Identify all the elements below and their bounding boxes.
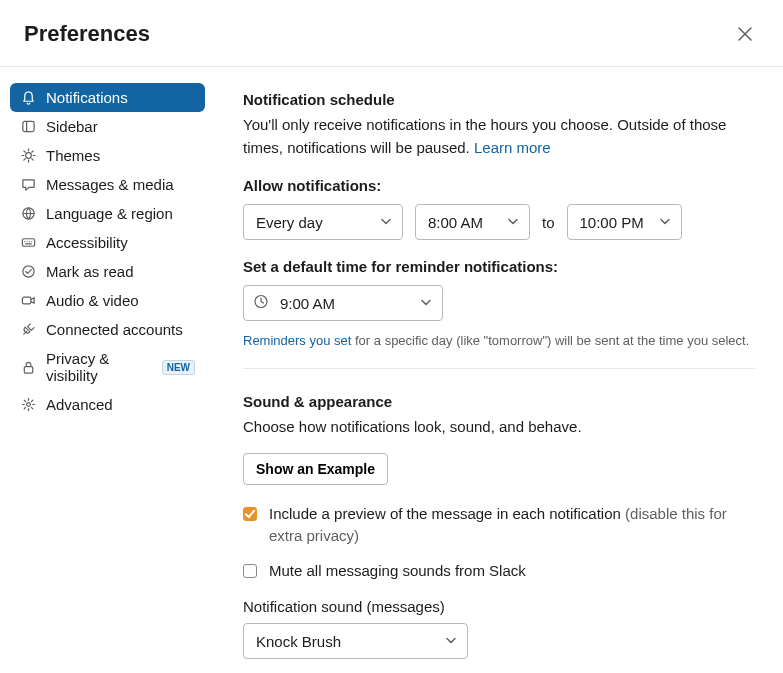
message-sound-label: Notification sound (messages) [243, 598, 755, 615]
sun-icon [20, 148, 36, 164]
sidebar-item-label: Messages & media [46, 176, 174, 193]
header: Preferences [0, 0, 783, 67]
sound-description: Choose how notifications look, sound, an… [243, 416, 755, 439]
sidebar-item-label: Privacy & visibility [46, 350, 148, 384]
start-time-select[interactable]: 8:00 AM [415, 204, 530, 240]
lock-icon [20, 359, 36, 375]
chevron-down-icon [380, 214, 392, 231]
sidebar: NotificationsSidebarThemesMessages & med… [0, 67, 215, 672]
layout-icon [20, 119, 36, 135]
plug-icon [20, 322, 36, 338]
new-badge: NEW [162, 360, 195, 375]
sidebar-item-label: Sidebar [46, 118, 98, 135]
keyboard-icon [20, 235, 36, 251]
reminders-link[interactable]: Reminders you set [243, 333, 351, 348]
video-icon [20, 293, 36, 309]
schedule-description: You'll only receive notifications in the… [243, 114, 755, 159]
mute-sounds-checkbox[interactable]: Mute all messaging sounds from Slack [243, 560, 755, 583]
close-icon [737, 26, 753, 42]
chevron-down-icon [445, 633, 457, 650]
svg-rect-0 [22, 121, 33, 131]
close-button[interactable] [731, 20, 759, 48]
svg-point-7 [26, 403, 30, 407]
svg-rect-6 [24, 366, 32, 373]
checkbox-icon [243, 507, 257, 521]
message-sound-select[interactable]: Knock Brush [243, 623, 468, 659]
sidebar-item-label: Language & region [46, 205, 173, 222]
to-label: to [542, 214, 555, 231]
chevron-down-icon [507, 214, 519, 231]
chevron-down-icon [420, 295, 432, 312]
sidebar-item-notifications[interactable]: Notifications [10, 83, 205, 112]
sidebar-item-label: Notifications [46, 89, 128, 106]
sidebar-item-label: Connected accounts [46, 321, 183, 338]
sidebar-item-mark-as-read[interactable]: Mark as read [10, 257, 205, 286]
sidebar-item-audio-video[interactable]: Audio & video [10, 286, 205, 315]
svg-point-4 [22, 266, 33, 277]
sidebar-item-messages-media[interactable]: Messages & media [10, 170, 205, 199]
learn-more-link[interactable]: Learn more [474, 139, 551, 156]
check-icon [20, 264, 36, 280]
sidebar-item-label: Themes [46, 147, 100, 164]
checkbox-icon [243, 564, 257, 578]
sidebar-item-sidebar[interactable]: Sidebar [10, 112, 205, 141]
sound-title: Sound & appearance [243, 393, 755, 410]
sidebar-item-themes[interactable]: Themes [10, 141, 205, 170]
sidebar-item-label: Accessibility [46, 234, 128, 251]
globe-icon [20, 206, 36, 222]
sidebar-item-label: Advanced [46, 396, 113, 413]
sidebar-item-label: Audio & video [46, 292, 139, 309]
sidebar-item-privacy-visibility[interactable]: Privacy & visibilityNEW [10, 344, 205, 390]
reminder-note: Reminders you set for a specific day (li… [243, 333, 755, 348]
svg-point-1 [25, 153, 31, 159]
chevron-down-icon [659, 214, 671, 231]
clock-icon [254, 295, 268, 312]
schedule-title: Notification schedule [243, 91, 755, 108]
sidebar-item-label: Mark as read [46, 263, 134, 280]
show-example-button[interactable]: Show an Example [243, 453, 388, 485]
include-preview-checkbox[interactable]: Include a preview of the message in each… [243, 503, 755, 548]
frequency-select[interactable]: Every day [243, 204, 403, 240]
svg-rect-5 [22, 297, 30, 304]
svg-rect-3 [22, 239, 34, 247]
end-time-select[interactable]: 10:00 PM [567, 204, 682, 240]
sidebar-item-advanced[interactable]: Advanced [10, 390, 205, 419]
sidebar-item-connected-accounts[interactable]: Connected accounts [10, 315, 205, 344]
divider [243, 368, 755, 369]
gear-icon [20, 397, 36, 413]
message-icon [20, 177, 36, 193]
bell-icon [20, 90, 36, 106]
page-title: Preferences [24, 21, 150, 47]
sidebar-item-accessibility[interactable]: Accessibility [10, 228, 205, 257]
reminder-time-label: Set a default time for reminder notifica… [243, 258, 755, 275]
sidebar-item-language-region[interactable]: Language & region [10, 199, 205, 228]
main-panel: Notification schedule You'll only receiv… [215, 67, 783, 672]
allow-notifications-label: Allow notifications: [243, 177, 755, 194]
reminder-time-select[interactable]: 9:00 AM [243, 285, 443, 321]
